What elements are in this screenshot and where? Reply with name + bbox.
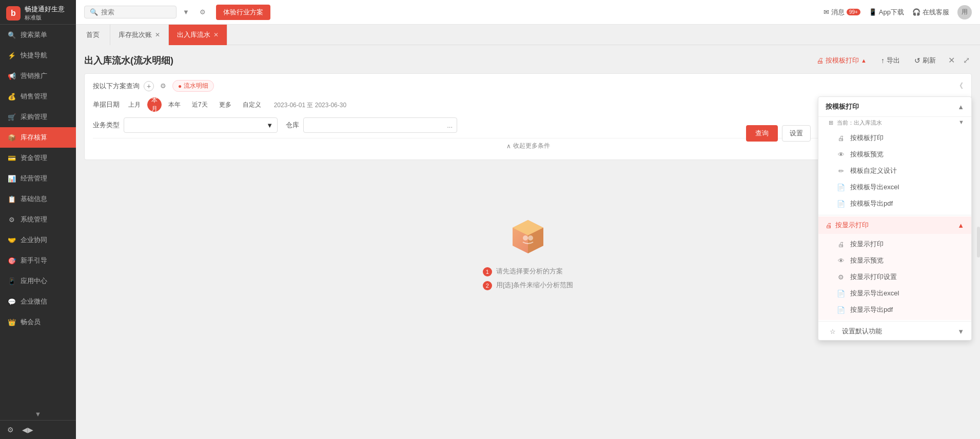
enterprise-wechat-icon: 💬 xyxy=(7,297,16,306)
sidebar-item-quick-nav[interactable]: ⚡ 快捷导航 xyxy=(0,45,76,66)
date-btn-prev-month[interactable]: 上月 xyxy=(124,99,145,111)
scrollbar-indicator[interactable] xyxy=(977,227,980,257)
display-export-pdf-item[interactable]: 📄 按显示导出pdf xyxy=(818,302,971,318)
sidebar-label-operations: 经营管理 xyxy=(21,174,47,183)
date-btn-more[interactable]: 更多 xyxy=(214,99,236,111)
query-btn[interactable]: 查询 xyxy=(746,125,778,142)
settings-btn[interactable]: 设置 xyxy=(782,125,811,142)
filter-collapse-label: 收起更多条件 xyxy=(513,142,550,150)
filter-settings-icon[interactable]: ⚙ xyxy=(158,81,168,91)
member-icon: 👑 xyxy=(7,317,16,327)
display-print-settings-item[interactable]: ⚙ 按显示打印设置 xyxy=(818,269,971,285)
refresh-btn[interactable]: ↺ 刷新 xyxy=(910,54,940,67)
set-default-item[interactable]: ☆ 设置默认功能 ▼ xyxy=(818,323,971,340)
sidebar-label-marketing: 营销推广 xyxy=(21,71,47,81)
sidebar-label-finance: 资金管理 xyxy=(21,153,47,163)
message-badge: 99+ xyxy=(847,9,860,15)
sidebar-footer-settings[interactable]: ⚙ xyxy=(7,426,14,434)
empty-state-step2-text: 用[选]条件来缩小分析范围 xyxy=(496,281,573,290)
search-icon: 🔍 xyxy=(90,8,98,16)
current-template-label: ⊞ 当前：出入库流水 ▼ xyxy=(818,117,971,128)
user-avatar[interactable]: 用 xyxy=(957,5,972,19)
date-btn-this-month[interactable]: 本月 xyxy=(147,97,162,112)
sidebar-collapse-btn[interactable]: ◀▶ xyxy=(22,426,33,434)
filter-add-btn[interactable]: + xyxy=(144,81,154,91)
sidebar-item-enterprise-wechat[interactable]: 💬 企业微信 xyxy=(0,291,76,312)
template-print-item[interactable]: 🖨 按模板打印 xyxy=(818,130,971,146)
set-default-label: 设置默认功能 xyxy=(842,327,882,336)
sidebar-label-search-menu: 搜索菜单 xyxy=(21,30,47,39)
trial-btn[interactable]: 体验行业方案 xyxy=(216,5,270,20)
sidebar-item-enterprise-collab[interactable]: 🤝 企业协同 xyxy=(0,230,76,250)
window-expand-btn[interactable]: ⤢ xyxy=(961,53,972,67)
topbar-right: ✉ 消息 99+ 📱 App下载 🎧 在线客服 用 xyxy=(824,5,972,19)
display-export-excel-item[interactable]: 📄 按显示导出excel xyxy=(818,285,971,302)
tab-inventory-batch-close[interactable]: ✕ xyxy=(155,31,160,38)
export-label: 导出 xyxy=(887,56,900,65)
print-dropdown-title: 按模板打印 xyxy=(826,102,859,111)
tab-stock-flow[interactable]: 出入库流水 ✕ xyxy=(169,25,227,45)
sidebar-item-system[interactable]: ⚙ 系统管理 xyxy=(0,209,76,230)
page-actions: 🖨 按模板打印 ▲ ↑ 导出 ↺ 刷新 ✕ ⤢ xyxy=(812,53,972,67)
template-preview-item[interactable]: 👁 按模板预览 xyxy=(818,146,971,163)
current-template-text: 当前：出入库流水 xyxy=(837,119,882,126)
tab-home[interactable]: 首页 xyxy=(76,25,110,45)
print-template-label: 按模板打印 xyxy=(826,56,859,65)
sidebar-label-inventory: 库存核算 xyxy=(21,133,47,142)
sidebar-item-member[interactable]: 👑 畅会员 xyxy=(0,312,76,332)
sidebar-item-search-menu[interactable]: 🔍 搜索菜单 xyxy=(0,25,76,45)
filter-date-item: 单据日期 上月 本月 本年 近7天 更多 自定义 xyxy=(93,97,266,112)
sidebar-item-inventory[interactable]: 📦 库存核算 xyxy=(0,127,76,148)
sidebar-item-purchase[interactable]: 🛒 采购管理 xyxy=(0,107,76,127)
template-custom-design-item[interactable]: ✏ 模板自定义设计 xyxy=(818,163,971,179)
tab-inventory-batch-label: 库存批次账 xyxy=(119,30,152,39)
refresh-label: 刷新 xyxy=(923,56,936,65)
date-btn-this-year[interactable]: 本年 xyxy=(164,99,185,111)
search-input[interactable] xyxy=(101,8,163,16)
date-btn-custom[interactable]: 自定义 xyxy=(238,99,266,111)
sidebar-label-quick-nav: 快捷导航 xyxy=(21,51,47,60)
topbar-settings-btn[interactable]: ⚙ xyxy=(195,5,210,19)
sidebar-item-sales[interactable]: 💰 销售管理 xyxy=(0,86,76,107)
template-export-excel-item[interactable]: 📄 按模板导出excel xyxy=(818,179,971,195)
sidebar-label-app-center: 应用中心 xyxy=(21,276,47,286)
topbar-search-dropdown[interactable]: ▼ xyxy=(183,8,189,16)
export-btn[interactable]: ↑ 导出 xyxy=(877,54,904,67)
topbar-search-box[interactable]: 🔍 xyxy=(84,6,177,18)
filter-biz-type-selector[interactable]: ▼ xyxy=(124,117,278,133)
sidebar-item-beginner-guide[interactable]: 🎯 新手引导 xyxy=(0,250,76,271)
sidebar-nav: 🔍 搜索菜单 ⚡ 快捷导航 📢 营销推广 💰 销售管理 🛒 采购管理 📦 xyxy=(0,25,76,408)
filter-collapse-icon[interactable]: 《 xyxy=(956,82,963,91)
sidebar-scroll-down[interactable]: ▼ xyxy=(0,408,76,420)
preview-icon-2: 👁 xyxy=(837,256,845,265)
date-btn-last-7days[interactable]: 近7天 xyxy=(187,99,212,111)
sidebar-label-member: 畅会员 xyxy=(21,317,41,327)
display-preview-item[interactable]: 👁 按显示预览 xyxy=(818,252,971,269)
filter-date-shortcuts: 上月 本月 本年 近7天 更多 自定义 xyxy=(124,97,266,112)
warehouse-more-icon[interactable]: ... xyxy=(447,122,453,129)
sidebar-item-marketing[interactable]: 📢 营销推广 xyxy=(0,66,76,86)
topbar-message[interactable]: ✉ 消息 99+ xyxy=(824,8,860,17)
tab-inventory-batch[interactable]: 库存批次账 ✕ xyxy=(110,25,169,45)
sidebar-item-app-center[interactable]: 📱 应用中心 xyxy=(0,271,76,291)
template-export-pdf-item[interactable]: 📄 按模板导出pdf xyxy=(818,195,971,212)
filter-warehouse-selector[interactable]: ... xyxy=(303,117,457,133)
window-controls: ✕ ⤢ xyxy=(946,53,972,67)
print-template-btn[interactable]: 🖨 按模板打印 ▲ xyxy=(812,54,871,67)
display-section-header[interactable]: 🖨 按显示打印 ▲ xyxy=(818,216,971,234)
topbar-app-download[interactable]: 📱 App下载 xyxy=(869,8,904,17)
display-print-item[interactable]: 🖨 按显示打印 xyxy=(818,236,971,252)
sidebar-item-operations[interactable]: 📊 经营管理 xyxy=(0,168,76,189)
empty-state-step1-text: 请先选择要分析的方案 xyxy=(496,267,563,276)
sidebar-label-sales: 销售管理 xyxy=(21,92,47,101)
dropdown-chevron-up[interactable]: ▲ xyxy=(957,103,964,111)
topbar-customer-service[interactable]: 🎧 在线客服 xyxy=(912,8,949,17)
sidebar-item-basics[interactable]: 📋 基础信息 xyxy=(0,189,76,209)
customer-service-label: 在线客服 xyxy=(923,8,949,17)
display-export-pdf-label: 按显示导出pdf xyxy=(850,305,893,314)
operations-icon: 📊 xyxy=(7,174,16,183)
tab-stock-flow-close[interactable]: ✕ xyxy=(213,31,219,38)
window-close-btn[interactable]: ✕ xyxy=(946,53,957,67)
printer-icon: 🖨 xyxy=(816,56,824,65)
sidebar-item-finance[interactable]: 💳 资金管理 xyxy=(0,148,76,168)
